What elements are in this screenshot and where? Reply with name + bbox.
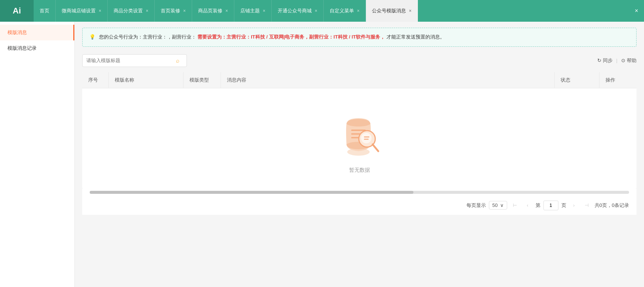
notice-box: 💡 您的公众号行业为：主营行业：，副营行业： 需要设置为：主营行业：IT科技 /… (82, 28, 637, 47)
col-content: 消息内容 (221, 72, 554, 88)
sidebar-item-template-message-log[interactable]: 模版消息记录 (0, 40, 74, 56)
horizontal-scrollbar[interactable] (82, 189, 637, 196)
page-label: 页 (561, 202, 566, 209)
pagination-row: 每页显示 50 ∨ ⊢ ‹ 第 页 › ⊣ 共0页，0条记录 (82, 196, 637, 215)
help-icon: ⊙ (621, 58, 625, 63)
page-size-label: 每页显示 (466, 202, 486, 209)
nav-tab-custom-menu[interactable]: 自定义菜单 × (324, 0, 366, 22)
last-page-button[interactable]: ⊣ (582, 201, 592, 210)
app-logo: Ai (0, 0, 34, 22)
table-body: 暂无数据 (82, 88, 637, 189)
empty-text: 暂无数据 (349, 167, 370, 174)
help-button[interactable]: ⊙ 帮助 (621, 57, 637, 64)
sync-label: 同步 (603, 57, 613, 64)
main-layout: 模版消息 模版消息记录 💡 您的公众号行业为：主营行业：，副营行业： 需要设置为… (0, 22, 644, 287)
toolbar-right: ↻ 同步 | ⊙ 帮助 (597, 57, 637, 64)
nav-tab-category[interactable]: 商品分类设置 × (108, 0, 155, 22)
empty-illustration (335, 111, 384, 159)
first-page-button[interactable]: ⊢ (510, 201, 520, 210)
search-icon[interactable]: ⌕ (176, 57, 179, 64)
divider: | (616, 58, 617, 63)
close-all-tabs-button[interactable]: × (629, 0, 644, 22)
nav-tab-store-settings[interactable]: 微商城店铺设置 × (56, 0, 108, 22)
next-page-button[interactable]: › (569, 201, 579, 210)
nav-tab-product-decor-close[interactable]: × (225, 8, 228, 13)
nav-tab-category-close[interactable]: × (146, 8, 148, 13)
nav-tab-store-settings-label: 微商城店铺设置 (62, 7, 96, 14)
empty-state: 暂无数据 (82, 88, 637, 189)
nav-tab-open-mall-close[interactable]: × (315, 8, 317, 13)
sync-button[interactable]: ↻ 同步 (597, 57, 613, 64)
nav-tab-template-msg-label: 公众号模版消息 (372, 7, 406, 14)
nav-tab-product-decor-label: 商品页装修 (198, 7, 222, 14)
prev-page-button[interactable]: ‹ (523, 201, 533, 210)
sidebar-item-template-message-log-label: 模版消息记录 (7, 45, 37, 51)
jump-label: 第 (536, 202, 540, 209)
page-number-input[interactable] (543, 201, 558, 210)
total-info: 共0页，0条记录 (595, 202, 629, 209)
col-status: 状态 (554, 72, 599, 88)
nav-tab-theme[interactable]: 店铺主题 × (234, 0, 272, 22)
notice-suffix: 才能正常发送预置的消息。 (386, 34, 445, 40)
sync-icon: ↻ (597, 58, 601, 63)
nav-tab-open-mall-label: 开通公众号商城 (278, 7, 312, 14)
help-label: 帮助 (627, 57, 637, 64)
col-seq: 序号 (82, 72, 108, 88)
nav-tab-category-label: 商品分类设置 (114, 7, 143, 14)
nav-tab-home-decor-label: 首页装修 (161, 7, 180, 14)
page-size-dropdown-icon: ∨ (500, 202, 504, 208)
notice-highlight: 需要设置为：主营行业：IT科技 / 互联网|电子商务，副营行业：IT科技 / I… (197, 34, 385, 40)
sidebar-item-template-message-label: 模版消息 (7, 30, 27, 35)
nav-tab-template-msg-close[interactable]: × (409, 8, 412, 13)
empty-row: 暂无数据 (82, 88, 637, 189)
nav-tab-theme-close[interactable]: × (263, 8, 265, 13)
col-action: 操作 (599, 72, 637, 88)
col-name: 模版名称 (108, 72, 183, 88)
nav-tabs-container: 首页 微商城店铺设置 × 商品分类设置 × 首页装修 × 商品页装修 × 店铺主… (34, 0, 629, 22)
nav-tab-home-decor[interactable]: 首页装修 × (155, 0, 192, 22)
data-table: 序号 模版名称 模版类型 消息内容 状态 操作 (82, 72, 637, 189)
top-navigation: Ai 首页 微商城店铺设置 × 商品分类设置 × 首页装修 × 商品页装修 × … (0, 0, 644, 22)
nav-tab-store-settings-close[interactable]: × (99, 8, 101, 13)
content-area: 💡 您的公众号行业为：主营行业：，副营行业： 需要设置为：主营行业：IT科技 /… (75, 22, 644, 287)
scrollbar-track[interactable] (90, 191, 629, 194)
nav-tab-home-label: 首页 (40, 7, 49, 14)
nav-tab-custom-menu-label: 自定义菜单 (330, 7, 354, 14)
nav-tab-template-msg[interactable]: 公众号模版消息 × (366, 0, 418, 22)
table-header-row: 序号 模版名称 模版类型 消息内容 状态 操作 (82, 72, 637, 88)
nav-tab-home[interactable]: 首页 (34, 0, 56, 22)
col-type: 模版类型 (183, 72, 221, 88)
search-input[interactable] (86, 58, 176, 63)
page-size-select[interactable]: 50 ∨ (489, 201, 507, 210)
sidebar-item-template-message[interactable]: 模版消息 (0, 25, 74, 40)
page-size-value: 50 (492, 202, 497, 208)
nav-tab-theme-label: 店铺主题 (240, 7, 260, 14)
search-input-wrap[interactable]: ⌕ (82, 54, 187, 67)
notice-lightbulb-icon: 💡 (89, 34, 95, 40)
scrollbar-thumb[interactable] (90, 191, 413, 194)
nav-tab-product-decor[interactable]: 商品页装修 × (192, 0, 234, 22)
notice-prefix: 您的公众号行业为：主营行业：，副营行业： (99, 34, 196, 40)
svg-line-6 (373, 144, 378, 151)
nav-tab-open-mall[interactable]: 开通公众号商城 × (272, 0, 324, 22)
nav-tab-home-decor-close[interactable]: × (183, 8, 186, 13)
nav-tab-custom-menu-close[interactable]: × (357, 8, 360, 13)
search-row: ⌕ ↻ 同步 | ⊙ 帮助 (82, 54, 637, 67)
svg-point-5 (361, 133, 372, 143)
sidebar: 模版消息 模版消息记录 (0, 22, 75, 287)
